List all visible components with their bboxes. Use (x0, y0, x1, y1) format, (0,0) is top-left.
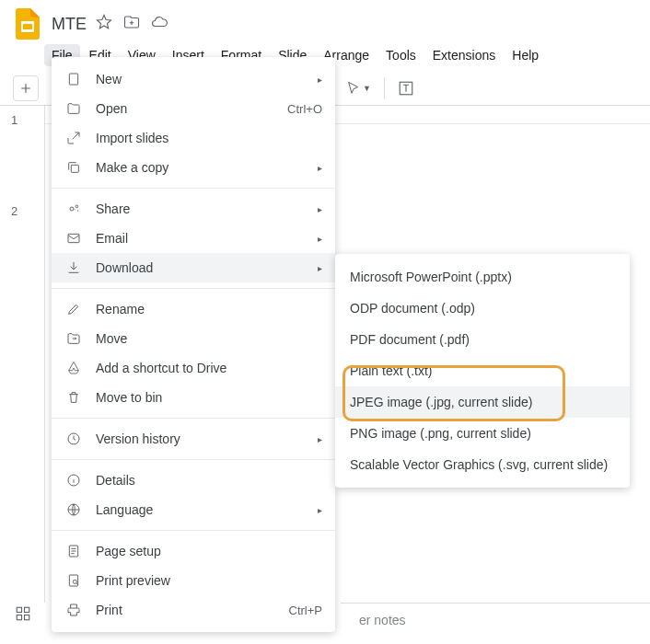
print-icon (64, 603, 83, 617)
speaker-notes[interactable]: er notes (341, 603, 650, 637)
download-txt[interactable]: Plain text (.txt) (335, 355, 630, 386)
chevron-right-icon: ▸ (318, 163, 322, 173)
chevron-right-icon: ▸ (318, 75, 322, 85)
slides-logo[interactable] (11, 7, 44, 40)
preview-icon (64, 573, 83, 588)
email-icon (64, 231, 83, 246)
menu-download[interactable]: Download▸ (52, 253, 335, 282)
menu-help[interactable]: Help (505, 44, 546, 66)
pencil-icon (64, 302, 83, 316)
chevron-right-icon: ▸ (318, 434, 322, 444)
cloud-icon[interactable] (151, 14, 168, 34)
file-dropdown: New▸ OpenCtrl+O Import slides Make a cop… (52, 57, 335, 632)
svg-rect-11 (68, 234, 79, 242)
history-icon (64, 431, 83, 446)
doc-title[interactable]: MTE (52, 15, 87, 34)
menu-details[interactable]: Details (52, 466, 335, 495)
svg-rect-7 (69, 74, 77, 85)
chevron-right-icon: ▸ (318, 234, 322, 244)
toolbar-divider (384, 77, 385, 99)
menu-language[interactable]: Language▸ (52, 495, 335, 524)
star-icon[interactable] (96, 14, 112, 34)
trash-icon (64, 390, 83, 405)
menu-copy[interactable]: Make a copy▸ (52, 153, 335, 182)
move-icon (64, 331, 83, 346)
menu-print[interactable]: PrintCtrl+P (52, 595, 335, 625)
globe-icon (64, 502, 83, 517)
textbox-icon[interactable] (398, 77, 414, 99)
download-pptx[interactable]: Microsoft PowerPoint (.pptx) (335, 261, 630, 293)
menu-open[interactable]: OpenCtrl+O (52, 94, 335, 123)
menu-import[interactable]: Import slides (52, 123, 335, 153)
share-icon (64, 201, 83, 216)
copy-icon (64, 160, 83, 175)
thumb-2[interactable]: 2 (11, 204, 33, 218)
drive-icon (64, 361, 83, 375)
svg-rect-8 (71, 165, 78, 172)
file-icon (64, 72, 83, 86)
download-odp[interactable]: ODP document (.odp) (335, 293, 630, 324)
thumbnail-panel: 1 2 (0, 106, 44, 603)
menu-preview[interactable]: Print preview (52, 566, 335, 595)
menu-extensions[interactable]: Extensions (425, 44, 503, 66)
svg-rect-4 (25, 607, 29, 612)
cursor-icon[interactable]: ▼ (346, 77, 371, 99)
chevron-right-icon: ▸ (318, 204, 322, 214)
menu-history[interactable]: Version history▸ (52, 424, 335, 454)
menu-move[interactable]: Move (52, 324, 335, 353)
download-icon (64, 260, 83, 275)
menu-bin[interactable]: Move to bin (52, 383, 335, 412)
chevron-right-icon: ▸ (318, 263, 322, 273)
chevron-right-icon: ▸ (318, 505, 322, 515)
svg-rect-5 (17, 615, 21, 620)
svg-rect-6 (25, 615, 29, 620)
import-icon (64, 131, 83, 145)
thumb-1[interactable]: 1 (11, 113, 33, 127)
grid-view-icon[interactable] (15, 605, 31, 626)
svg-rect-3 (17, 607, 21, 612)
download-submenu: Microsoft PowerPoint (.pptx) ODP documen… (335, 254, 630, 488)
info-icon (64, 473, 83, 488)
menu-add-shortcut[interactable]: Add a shortcut to Drive (52, 353, 335, 383)
folder-icon (64, 101, 83, 116)
menu-email[interactable]: Email▸ (52, 224, 335, 253)
menu-tools[interactable]: Tools (378, 44, 424, 66)
download-pdf[interactable]: PDF document (.pdf) (335, 324, 630, 355)
page-icon (64, 544, 83, 558)
move-folder-icon[interactable] (123, 14, 140, 34)
menu-pagesetup[interactable]: Page setup (52, 536, 335, 566)
svg-point-10 (75, 205, 78, 208)
menu-share[interactable]: Share▸ (52, 194, 335, 224)
download-svg[interactable]: Scalable Vector Graphics (.svg, current … (335, 449, 630, 480)
svg-rect-1 (23, 24, 32, 29)
svg-point-9 (70, 207, 74, 211)
menu-new[interactable]: New▸ (52, 64, 335, 94)
menu-rename[interactable]: Rename (52, 294, 335, 324)
download-jpeg[interactable]: JPEG image (.jpg, current slide) (335, 386, 630, 418)
download-png[interactable]: PNG image (.png, current slide) (335, 418, 630, 449)
new-slide-button[interactable] (13, 75, 39, 101)
